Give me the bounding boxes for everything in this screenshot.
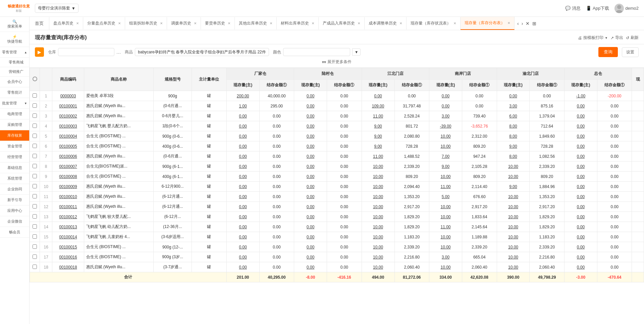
- sidebar-item-basic[interactable]: 基础信息: [0, 163, 29, 173]
- td-check[interactable]: [30, 182, 40, 192]
- td-check[interactable]: [30, 111, 40, 121]
- td-na-qty: 11.00: [429, 222, 462, 232]
- tab-order[interactable]: 要货单历史 ✕: [201, 17, 235, 30]
- td-yb-amt: 0.00: [530, 91, 565, 101]
- sidebar-item-nav[interactable]: ⚡ 快捷导航: [0, 32, 29, 47]
- tabs-nav: ‹ › ✕ ⊞: [515, 19, 539, 28]
- tab-close-stocktake[interactable]: ✕: [76, 21, 79, 25]
- sidebar-item-inventory[interactable]: 库存核算: [0, 130, 29, 141]
- sidebar-item-finance[interactable]: 资金管理: [0, 141, 29, 152]
- sidebar-item-collab[interactable]: 企业协同: [0, 184, 29, 195]
- td-num: 16: [40, 242, 52, 252]
- sidebar-item-mall[interactable]: 零售商城: [0, 58, 29, 67]
- tab-close-outbound[interactable]: ✕: [270, 21, 272, 25]
- td-check[interactable]: [30, 161, 40, 172]
- td-check[interactable]: [30, 121, 40, 131]
- td-fj-amt: 0.00: [259, 192, 294, 202]
- setting-btn[interactable]: 设置: [622, 47, 639, 57]
- tab-stock-dist[interactable]: 现存量（库存分布表） ✕: [461, 17, 515, 30]
- td-jb-amt: 801.72: [394, 121, 429, 131]
- td-check[interactable]: [30, 202, 40, 212]
- th-total-amt: 结存金额①: [597, 80, 632, 91]
- tab-transfer[interactable]: 调拨单历史 ✕: [167, 17, 201, 30]
- tab-next-btn[interactable]: ›: [520, 19, 525, 28]
- td-jb-qty: 10.00: [362, 262, 394, 272]
- td-check[interactable]: [30, 101, 40, 111]
- goods-input[interactable]: [135, 48, 269, 56]
- tab-stock-status[interactable]: 现存量（库存状况表） ✕: [407, 17, 461, 30]
- td-lc-qty: 0.00: [294, 252, 327, 262]
- tab-outbound[interactable]: 其他出库单历史 ✕: [235, 17, 277, 30]
- td-check[interactable]: [30, 262, 40, 272]
- sidebar-item-search[interactable]: 🔍 搜索英单: [0, 17, 29, 32]
- td-fj-qty: 0.00: [226, 262, 259, 272]
- expand-filter-btn[interactable]: ▾▾ 展开更多条件: [322, 59, 352, 65]
- td-check[interactable]: [30, 232, 40, 242]
- tab-close-stocktake2[interactable]: ✕: [118, 21, 121, 25]
- warehouse-input[interactable]: [58, 48, 114, 56]
- tab-close-order[interactable]: ✕: [228, 21, 230, 25]
- td-check[interactable]: [30, 131, 40, 141]
- user-menu[interactable]: demo2: [614, 4, 639, 13]
- sidebar-item-wholesale[interactable]: 批发管理 ▼: [0, 98, 29, 109]
- td-jb-amt: 1,183.20: [394, 232, 429, 242]
- td-check[interactable]: [30, 91, 40, 101]
- sidebar-item-guide[interactable]: 新手引导: [0, 195, 29, 205]
- warehouse-dots[interactable]: ...: [116, 49, 121, 55]
- color-input[interactable]: [283, 48, 350, 56]
- industry-selector[interactable]: 母婴行业演示陈套 ▼: [35, 4, 78, 13]
- tab-expand-btn[interactable]: ⊞: [531, 19, 538, 28]
- td-check[interactable]: [30, 151, 40, 161]
- tab-close-all-btn[interactable]: ✕: [524, 19, 531, 28]
- message-btn[interactable]: 💬 消息: [565, 5, 581, 11]
- tab-close-cost-adjust[interactable]: ✕: [399, 21, 402, 25]
- sidebar-item-member2[interactable]: 畅会员: [0, 227, 29, 238]
- td-jb-qty: 10.00: [362, 212, 394, 222]
- tab-material[interactable]: 材料出库单历史 ✕: [277, 17, 319, 30]
- td-fj-qty: 0.00: [226, 111, 259, 121]
- export-btn[interactable]: ↗ 导出: [610, 35, 623, 41]
- app-download-btn[interactable]: 📱 App下载: [586, 5, 609, 11]
- sidebar-item-wechat[interactable]: 企业微信: [0, 216, 29, 227]
- top-bar: 畅捷通好生意 标版 母婴行业演示陈套 ▼ 💬 消息 📱 App下载 demo2: [0, 0, 644, 17]
- color-dropdown-icon[interactable]: ▼: [352, 48, 361, 56]
- td-check[interactable]: [30, 192, 40, 202]
- sidebar-item-system[interactable]: 系统管理: [0, 173, 29, 184]
- tab-assembly[interactable]: 组装拆卸单历史 ✕: [125, 17, 167, 30]
- sidebar-item-operations[interactable]: 经营管理: [0, 152, 29, 163]
- td-jb-amt: 2,917.20: [394, 202, 429, 212]
- sidebar-item-purchase[interactable]: 采购管理: [0, 120, 29, 130]
- td-check[interactable]: [30, 252, 40, 262]
- td-check[interactable]: [30, 242, 40, 252]
- td-check[interactable]: [30, 141, 40, 151]
- tab-close-stock-dist[interactable]: ✕: [507, 21, 510, 25]
- tab-close-product-in[interactable]: ✕: [358, 21, 360, 25]
- query-btn[interactable]: 查询: [598, 47, 618, 57]
- sidebar-item-retail[interactable]: 零售管理 ▲: [0, 47, 29, 58]
- tab-close-transfer[interactable]: ✕: [194, 21, 197, 25]
- print-btn[interactable]: 🖨 按模板打印 ▼: [578, 35, 608, 41]
- td-num: 18: [40, 262, 52, 272]
- sidebar-item-ecommerce[interactable]: 电商管理: [0, 109, 29, 120]
- tab-close-material[interactable]: ✕: [312, 21, 314, 25]
- tab-product-in[interactable]: 产成品入库单历史 ✕: [319, 17, 365, 30]
- td-check[interactable]: [30, 172, 40, 182]
- tab-stocktake2[interactable]: 分量盘点单历史 ✕: [83, 17, 125, 30]
- sidebar-item-retail-stats[interactable]: 零售统计: [0, 87, 29, 98]
- tab-stocktake[interactable]: 盘点单历史 ✕: [49, 17, 83, 30]
- td-lc-amt: 0.00: [327, 131, 362, 141]
- sidebar-item-appcenter[interactable]: 应用中心: [0, 205, 29, 216]
- tab-prev-btn[interactable]: ‹: [516, 19, 520, 28]
- tab-home[interactable]: 首页: [30, 17, 49, 30]
- sidebar-item-marketing[interactable]: 营销推广: [0, 67, 29, 77]
- summary-na-amt: 42,620.08: [462, 272, 497, 282]
- tab-cost-adjust[interactable]: 成本调整单历史 ✕: [365, 17, 407, 30]
- sidebar-item-member[interactable]: 会员中心: [0, 77, 29, 87]
- refresh-btn[interactable]: ↺ 刷新: [626, 35, 639, 41]
- td-check[interactable]: [30, 212, 40, 222]
- td-unit: 罐: [192, 182, 227, 192]
- collapse-btn[interactable]: ▶: [35, 47, 44, 57]
- tab-close-assembly[interactable]: ✕: [160, 21, 163, 25]
- tab-close-stock-status[interactable]: ✕: [453, 21, 456, 25]
- td-check[interactable]: [30, 222, 40, 232]
